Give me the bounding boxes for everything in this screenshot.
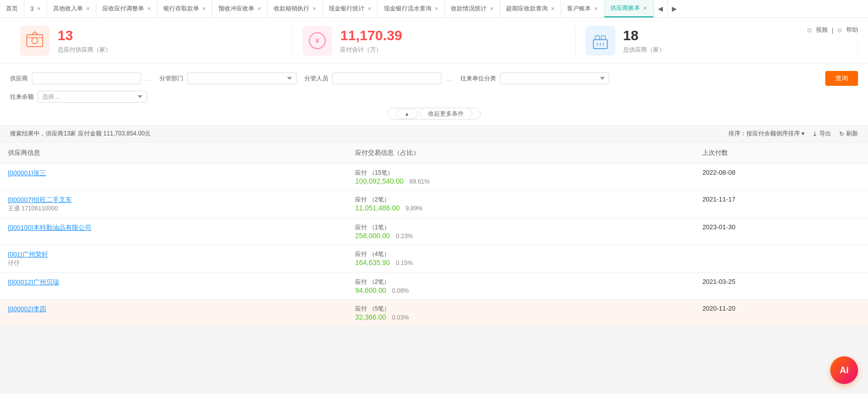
close-icon[interactable]: ✕ xyxy=(37,6,41,11)
unit-class-label: 往来单位分类 xyxy=(460,74,496,83)
table-row: [001]广州荣轩仔仔应付 （4笔）164,635.900.15% xyxy=(0,245,868,273)
dept-select[interactable] xyxy=(187,72,296,84)
nav-tab-prepay-offset[interactable]: 预收冲应收单 ✕ xyxy=(213,0,268,17)
amount-value: 100,092,540.00 xyxy=(355,177,403,185)
svg-rect-7 xyxy=(601,36,605,40)
close-icon[interactable]: ✕ xyxy=(367,6,371,11)
close-icon[interactable]: ✕ xyxy=(434,6,438,11)
col-supplier-info: 供应商信息 xyxy=(0,142,347,164)
tx-label: 应付 （2笔） xyxy=(355,196,686,204)
nav-tab-receipt-verify-label: 收款核销执行 xyxy=(274,4,309,13)
summary-text-total-suppliers: 18 总供应商（家） xyxy=(623,27,665,55)
close-icon[interactable]: ✕ xyxy=(643,5,647,11)
table-row: [000001]张三应付 （15笔）100,092,540.0089.61%20… xyxy=(0,164,868,191)
filter-row-1: 供应商 ... 分管部门 分管人员 ... 往来单位分类 xyxy=(10,71,858,86)
supplier-link[interactable]: [000001]张三 xyxy=(8,169,339,178)
export-button[interactable]: ⤓ 导出 xyxy=(812,130,831,138)
supplier-dots[interactable]: ... xyxy=(145,74,151,83)
ai-button[interactable]: Ai xyxy=(830,356,858,384)
unit-class-select[interactable] xyxy=(500,72,609,84)
refresh-icon: ↻ xyxy=(839,131,844,137)
close-icon[interactable]: ✕ xyxy=(312,6,316,11)
help-link[interactable]: 帮助 xyxy=(846,26,858,34)
tx-amount-row: 11,051,486.009.89% xyxy=(355,204,686,212)
supplier-link[interactable]: [000007]恒旺二手叉车 xyxy=(8,196,339,204)
summary-icon-total-suppliers xyxy=(585,26,615,56)
nav-tab-cash-bank-flow-label: 现金银行流水查询 xyxy=(384,4,432,13)
nav-tab-3[interactable]: 3 ✕ xyxy=(24,0,47,17)
supplier-link[interactable]: [000100]本特勤油品有限公司 xyxy=(8,223,339,232)
filter-row-2: 往来余额 选择... xyxy=(10,91,858,103)
nav-tab-other-income[interactable]: 其他收入单 ✕ xyxy=(47,0,96,17)
tx-label: 应付 （5笔） xyxy=(355,305,686,313)
ap-tx-cell: 应付 （2笔）94,600.000.08% xyxy=(347,273,694,300)
filter-item-dept: 分管部门 xyxy=(159,72,296,84)
nav-tab-home[interactable]: 首页 xyxy=(0,0,24,17)
last-payment-cell: 2021-03-25 xyxy=(694,273,868,300)
circle-icon: ⊙ xyxy=(807,27,812,34)
nav-arrow-left[interactable]: ◀ xyxy=(653,0,667,18)
nav-tab-receipt-stat-label: 收款情况统计 xyxy=(451,4,487,13)
person-label: 分管人员 xyxy=(304,74,328,83)
chevron-down-icon: ▾ xyxy=(801,130,804,137)
filter-item-person: 分管人员 ... xyxy=(304,72,452,84)
close-icon[interactable]: ✕ xyxy=(594,6,598,11)
ap-amount-label: 应付合计（万） xyxy=(340,46,402,54)
nav-tab-customer-book[interactable]: 客户账本 ✕ xyxy=(561,0,604,17)
svg-rect-6 xyxy=(595,36,599,40)
tx-amount-row: 32,366.000.03% xyxy=(355,313,686,321)
ap-tx-cell: 应付 （2笔）11,051,486.009.89% xyxy=(347,191,694,218)
summary-text-ap-amount: 11,170.39 应付合计（万） xyxy=(340,27,402,55)
summary-text-payable-suppliers: 13 总应付供应商（家） xyxy=(58,27,111,55)
amount-value: 32,366.00 xyxy=(355,313,386,321)
nav-tab-overdue-query[interactable]: 超期应收款查询 ✕ xyxy=(500,0,561,17)
close-icon[interactable]: ✕ xyxy=(257,6,261,11)
table-row: [000002]李四应付 （5笔）32,366.000.03%2020-11-2… xyxy=(0,300,868,327)
nav-tab-supplier-book[interactable]: 供应商账本 ✕ xyxy=(604,0,653,17)
tx-label: 应付 （1笔） xyxy=(355,223,686,232)
percent-value: 0.15% xyxy=(396,260,413,266)
sort-button[interactable]: 排序：按应付余额倒序排序 ▾ xyxy=(728,130,804,138)
nav-tab-ar-ap-adjust[interactable]: 应收应付调整单 ✕ xyxy=(96,0,157,17)
close-icon[interactable]: ✕ xyxy=(551,6,555,11)
close-icon[interactable]: ✕ xyxy=(147,6,151,11)
nav-tab-receipt-verify[interactable]: 收款核销执行 ✕ xyxy=(268,0,323,17)
nav-tab-receipt-stat[interactable]: 收款情况统计 ✕ xyxy=(445,0,500,17)
filter-area: 供应商 ... 分管部门 分管人员 ... 往来单位分类 xyxy=(0,64,868,126)
video-link[interactable]: 视频 xyxy=(816,26,828,34)
ap-tx-cell: 应付 （4笔）164,635.900.15% xyxy=(347,245,694,273)
supplier-link[interactable]: [000012]广州贝瑞 xyxy=(8,278,339,287)
svg-text:¥: ¥ xyxy=(315,37,319,45)
close-icon[interactable]: ✕ xyxy=(490,6,494,11)
balance-select[interactable]: 选择... xyxy=(38,91,147,103)
nav-tab-cash-bank-flow[interactable]: 现金银行流水查询 ✕ xyxy=(378,0,445,17)
supplier-link[interactable]: [000002]李四 xyxy=(8,305,339,314)
close-icon[interactable]: ✕ xyxy=(202,6,206,11)
close-icon[interactable]: ✕ xyxy=(86,6,90,11)
summary-item-payable-suppliers: 13 总应付供应商（家） xyxy=(10,26,292,56)
ap-tx-cell: 应付 （1笔）258,000.000.23% xyxy=(347,218,694,245)
person-dots[interactable]: ... xyxy=(445,74,452,83)
nav-arrow-right[interactable]: ▶ xyxy=(667,0,681,18)
tx-label: 应付 （4笔） xyxy=(355,250,686,259)
person-input[interactable] xyxy=(332,72,441,84)
nav-tab-supplier-book-label: 供应商账本 xyxy=(610,4,640,12)
tx-amount-row: 164,635.900.15% xyxy=(355,259,686,266)
tx-amount-row: 100,092,540.0089.61% xyxy=(355,177,686,185)
collapse-bar[interactable]: ▲ 收起更多条件 xyxy=(10,108,858,120)
supplier-input[interactable] xyxy=(32,72,141,84)
query-button[interactable]: 查询 xyxy=(825,71,858,86)
supplier-info-cell: [000007]恒旺二手叉车王通 17106110000 xyxy=(0,191,347,218)
dept-label: 分管部门 xyxy=(159,74,183,83)
refresh-button[interactable]: ↻ 刷新 xyxy=(839,130,858,138)
ap-tx-cell: 应付 （5笔）32,366.000.03% xyxy=(347,300,694,327)
nav-tab-cash-bank-stat[interactable]: 现金银行统计 ✕ xyxy=(323,0,378,17)
export-icon: ⤓ xyxy=(812,131,817,137)
last-payment-cell: 2021-11-17 xyxy=(694,191,868,218)
nav-tab-bank-deposit[interactable]: 银行存取款单 ✕ xyxy=(157,0,213,17)
result-bar: 搜索结果中，供应商13家 应付金额 111,703,854.00元 排序：按应付… xyxy=(0,126,868,142)
ai-label: Ai xyxy=(840,365,849,376)
supplier-link[interactable]: [001]广州荣轩 xyxy=(8,250,339,259)
ap-amount-value: 11,170.39 xyxy=(340,27,402,44)
col-last-payment: 上次付数 xyxy=(694,142,868,164)
